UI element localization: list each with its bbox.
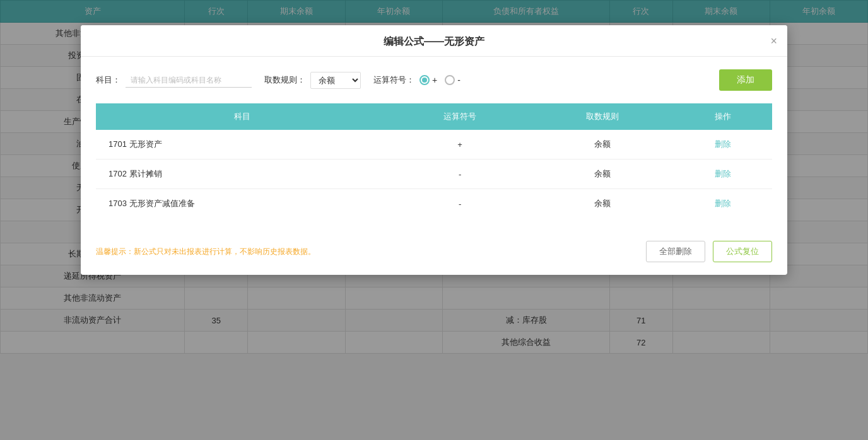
table-cell-rule: 余额: [531, 130, 674, 159]
operator-label: 运算符号：: [373, 74, 414, 86]
add-button[interactable]: 添加: [719, 69, 772, 91]
table-cell-rule: 余额: [531, 189, 674, 219]
modal-header: 编辑公式——无形资产 ×: [81, 25, 787, 57]
radio-minus[interactable]: -: [445, 75, 460, 85]
th-operator: 运算符号: [389, 103, 531, 130]
reset-formula-button[interactable]: 公式复位: [713, 241, 772, 262]
radio-plus[interactable]: +: [419, 75, 437, 85]
radio-group: + -: [419, 75, 460, 85]
table-cell-subject: 1702 累计摊销: [96, 159, 389, 189]
radio-minus-circle: [445, 75, 455, 85]
table-cell-action: 删除: [674, 189, 772, 219]
table-cell-subject: 1703 无形资产减值准备: [96, 189, 389, 219]
delete-row-button[interactable]: 删除: [715, 139, 731, 150]
radio-minus-label: -: [457, 75, 460, 85]
table-row: 1703 无形资产减值准备-余额删除: [96, 189, 772, 219]
table-cell-rule: 余额: [531, 159, 674, 189]
delete-row-button[interactable]: 删除: [715, 168, 731, 180]
operator-field-container: 运算符号： + -: [373, 74, 460, 86]
subject-field-container: 科目：: [96, 72, 252, 88]
footer-buttons: 全部删除 公式复位: [646, 241, 772, 262]
modal-close-button[interactable]: ×: [770, 35, 777, 47]
delete-all-button[interactable]: 全部删除: [646, 241, 705, 262]
radio-plus-circle: [419, 75, 430, 85]
table-cell-operator: -: [389, 189, 531, 219]
modal-body: 科目： 取数规则： 余额 借方 贷方 运算符号：: [81, 57, 787, 231]
modal-dialog: 编辑公式——无形资产 × 科目： 取数规则： 余额 借方 贷方: [81, 25, 787, 275]
table-row: 1701 无形资产+余额删除: [96, 130, 772, 159]
subject-input[interactable]: [126, 72, 252, 88]
formula-table: 科目 运算符号 取数规则 操作 1701 无形资产+余额删除1702 累计摊销-…: [96, 103, 772, 218]
table-cell-operator: +: [389, 130, 531, 159]
footer-hint: 温馨提示：新公式只对未出报表进行计算，不影响历史报表数据。: [96, 246, 315, 257]
th-subject: 科目: [96, 103, 389, 130]
table-cell-operator: -: [389, 159, 531, 189]
rule-label: 取数规则：: [264, 74, 305, 86]
table-row: 1702 累计摊销-余额删除: [96, 159, 772, 189]
table-cell-subject: 1701 无形资产: [96, 130, 389, 159]
modal-title: 编辑公式——无形资产: [384, 35, 484, 49]
th-rule: 取数规则: [531, 103, 674, 130]
table-cell-action: 删除: [674, 159, 772, 189]
rule-select[interactable]: 余额 借方 贷方: [310, 72, 361, 89]
table-header-row: 科目 运算符号 取数规则 操作: [96, 103, 772, 130]
th-action: 操作: [674, 103, 772, 130]
rule-field-container: 取数规则： 余额 借方 贷方: [264, 72, 361, 89]
modal-footer: 温馨提示：新公式只对未出报表进行计算，不影响历史报表数据。 全部删除 公式复位: [81, 231, 787, 275]
form-row: 科目： 取数规则： 余额 借方 贷方 运算符号：: [96, 69, 772, 91]
modal-overlay: 编辑公式——无形资产 × 科目： 取数规则： 余额 借方 贷方: [0, 0, 868, 440]
subject-label: 科目：: [96, 74, 120, 86]
radio-plus-label: +: [432, 75, 437, 85]
rule-select-wrap: 余额 借方 贷方: [310, 72, 361, 89]
table-cell-action: 删除: [674, 130, 772, 159]
delete-row-button[interactable]: 删除: [715, 198, 731, 209]
